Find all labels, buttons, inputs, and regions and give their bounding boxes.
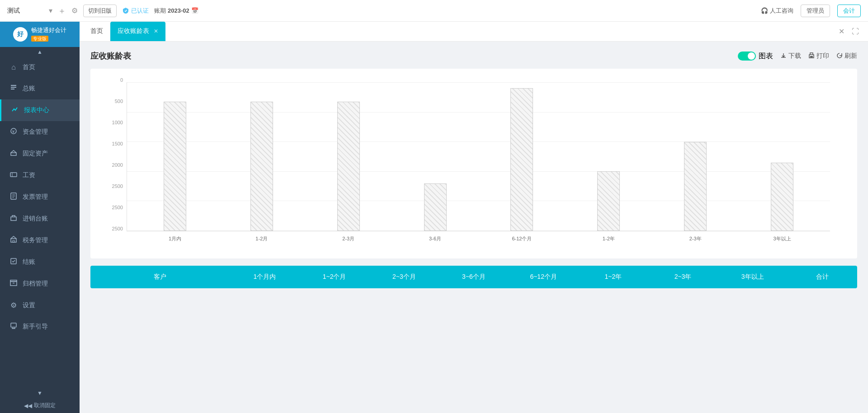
sidebar-label-funds: 资金管理 <box>23 128 48 136</box>
reports-icon <box>10 106 19 115</box>
sidebar-item-closing[interactable]: 结账 <box>0 251 80 273</box>
sidebar-item-ledger[interactable]: 总账 <box>0 78 80 99</box>
bar-group-2: 1-2月 <box>218 82 305 231</box>
th-total: 合计 <box>788 266 857 288</box>
sidebar-item-assets[interactable]: 固定资产 <box>0 143 80 164</box>
chart-toggle-group: 图表 <box>738 52 773 61</box>
sidebar-scroll-area: ⌂ 首页 总账 报表中心 ¥ 资金管理 <box>0 57 80 388</box>
y-label-0: 0 <box>99 78 127 83</box>
ar-aging-tab-label: 应收账龄表 <box>118 27 149 35</box>
page-actions: 图表 下载 打印 <box>738 52 857 61</box>
calendar-icon[interactable]: 📅 <box>191 7 198 14</box>
sidebar-item-archive[interactable]: 归档管理 <box>0 273 80 295</box>
sidebar-item-reports[interactable]: 报表中心 <box>0 99 80 121</box>
bar-label-4: 3-6月 <box>429 235 441 242</box>
workspace-name: 测试 <box>7 7 43 15</box>
bar-8 <box>771 163 793 231</box>
certified-badge: 已认证 <box>122 7 149 15</box>
bar-4 <box>424 183 447 231</box>
svg-rect-22 <box>810 56 813 57</box>
y-label-2500: 2500 <box>99 226 127 231</box>
bar-6 <box>597 171 620 231</box>
content-area: 首页 应收账龄表 ✕ ✕ ⛶ 应收账龄表 图表 <box>80 22 868 413</box>
th-client: 客户 <box>90 266 230 288</box>
ledger-icon <box>9 84 18 93</box>
sidebar-item-invoice[interactable]: 发票管理 <box>0 186 80 208</box>
sidebar-item-payroll[interactable]: 工资 <box>0 164 80 186</box>
bar-label-6: 1-2年 <box>603 235 615 242</box>
y-label-1000: 1000 <box>99 120 127 125</box>
home-tab-label: 首页 <box>90 27 103 35</box>
data-table-container: 客户 1个月内 1~2个月 2~3个月 3~6个月 6~12个月 1~2年 2~… <box>90 266 857 288</box>
download-button[interactable]: 下载 <box>780 52 801 60</box>
bar-group-1: 1月内 <box>132 82 218 231</box>
sidebar-item-inventory[interactable]: 进销台账 <box>0 208 80 230</box>
bar-group-4: 3-6月 <box>392 82 479 231</box>
headset-icon: 🎧 <box>761 7 768 14</box>
sidebar-label-home: 首页 <box>23 63 35 71</box>
page-content: 应收账龄表 图表 下载 <box>80 42 868 413</box>
accountant-button[interactable]: 会计 <box>837 5 861 17</box>
chart-area: 1月内 1-2月 2-3月 <box>127 82 830 231</box>
tabs-bar-right: ✕ ⛶ <box>837 25 864 38</box>
print-button[interactable]: 打印 <box>808 52 829 60</box>
sidebar-label-settings: 设置 <box>23 301 35 310</box>
bar-group-6: 1-2年 <box>565 82 652 231</box>
workspace-dropdown-icon[interactable]: ▾ <box>49 6 52 15</box>
tab-home[interactable]: 首页 <box>83 22 110 41</box>
svg-rect-16 <box>10 282 17 286</box>
sidebar-item-home[interactable]: ⌂ 首页 <box>0 57 80 78</box>
svg-rect-12 <box>11 217 16 221</box>
y-label-2500b: 2500 <box>99 205 127 210</box>
tax-icon <box>9 236 18 245</box>
inventory-icon <box>9 214 18 223</box>
sidebar-scroll-up[interactable]: ▲ <box>0 47 80 57</box>
bar-7 <box>684 142 707 231</box>
tab-ar-aging[interactable]: 应收账龄表 ✕ <box>110 22 165 41</box>
consult-button[interactable]: 🎧 人工咨询 <box>761 7 793 15</box>
th-2-3year: 2~3年 <box>648 266 717 288</box>
refresh-icon <box>836 52 843 60</box>
logo-icon: 好 <box>13 27 28 42</box>
tabs-bar: 首页 应收账龄表 ✕ ✕ ⛶ <box>80 22 868 42</box>
download-icon <box>780 52 787 60</box>
sidebar-item-tax[interactable]: 税务管理 <box>0 230 80 251</box>
sidebar-label-reports: 报表中心 <box>24 106 49 114</box>
manager-button[interactable]: 管理员 <box>801 5 830 17</box>
y-label-2500c: 2500 <box>99 184 127 189</box>
bar-5 <box>510 88 533 231</box>
bar-label-1: 1月内 <box>169 235 181 242</box>
sidebar-item-funds[interactable]: ¥ 资金管理 <box>0 121 80 143</box>
svg-rect-2 <box>11 89 14 89</box>
y-axis: 2500 2500 2500 2000 1500 1000 500 0 <box>99 78 127 231</box>
tab-expand-button[interactable]: ⛶ <box>850 26 861 38</box>
sidebar-item-guide[interactable]: 新手引导 <box>0 316 80 338</box>
old-version-button[interactable]: 切到旧版 <box>83 5 117 17</box>
th-3year-plus: 3年以上 <box>718 266 788 288</box>
svg-rect-6 <box>10 173 17 177</box>
sidebar-label-payroll: 工资 <box>23 171 35 179</box>
settings-button[interactable]: ⚙ <box>71 6 78 15</box>
chart-toggle-switch[interactable] <box>738 52 756 61</box>
tab-close-button[interactable]: ✕ <box>154 28 158 34</box>
bar-label-3: 2-3月 <box>342 235 354 242</box>
th-2-3month: 2~3个月 <box>369 266 439 288</box>
svg-rect-17 <box>10 280 17 282</box>
sidebar-scroll-down[interactable]: ▼ <box>0 388 80 398</box>
bar-label-8: 3年以上 <box>774 235 791 242</box>
refresh-button[interactable]: 刷新 <box>836 52 857 60</box>
archive-icon <box>9 279 18 288</box>
shield-icon <box>122 7 129 14</box>
assets-icon <box>9 149 18 158</box>
page-header: 应收账龄表 图表 下载 <box>90 51 857 61</box>
unpin-button[interactable]: ◀◀ 取消固定 <box>0 398 80 413</box>
add-workspace-button[interactable]: ＋ <box>58 5 66 16</box>
sidebar-item-settings[interactable]: ⚙ 设置 <box>0 295 80 316</box>
unpin-label: 取消固定 <box>34 402 56 409</box>
tab-close-all-button[interactable]: ✕ <box>837 25 846 38</box>
bar-group-5: 6-12个月 <box>479 82 566 231</box>
svg-rect-0 <box>11 85 16 86</box>
top-header: 测试 ▾ ＋ ⚙ 切到旧版 已认证 账期 2023-02 📅 🎧 人工咨询 管理… <box>0 0 868 22</box>
bar-chart: 2500 2500 2500 2000 1500 1000 500 0 <box>99 78 848 249</box>
sidebar-label-inventory: 进销台账 <box>23 215 48 223</box>
